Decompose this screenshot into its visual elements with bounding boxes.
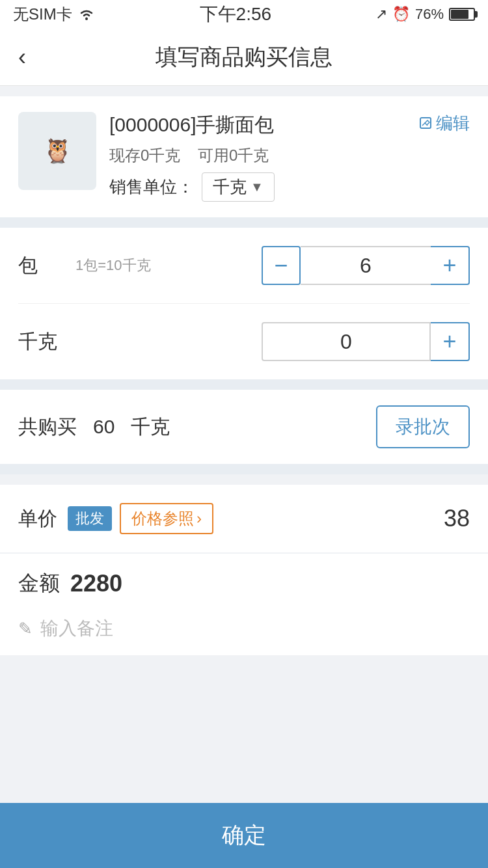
kg-quantity-input[interactable] [262, 322, 431, 361]
price-type-tag: 批发 [68, 506, 112, 531]
confirm-button[interactable]: 确定 [0, 803, 488, 868]
kg-input-row: 千克 + [18, 304, 470, 379]
section-divider-1 [0, 217, 488, 228]
bao-sublabel: 1包=10千克 [75, 256, 262, 275]
amount-row: 金额 2280 [18, 569, 470, 598]
unit-selector[interactable]: 千克 ▼ [202, 172, 275, 202]
battery-percent: 76% [415, 6, 444, 23]
kg-label: 千克 [18, 329, 70, 355]
product-card: 🦉 [0000006]手撕面包 编辑 现存0千克 可用0千克 销售单位： 千克 [0, 96, 488, 217]
product-name: [0000006]手撕面包 [109, 112, 274, 139]
bao-label: 包 [18, 252, 70, 279]
section-divider-3 [0, 464, 488, 474]
back-button[interactable]: ‹ [18, 44, 26, 71]
bao-quantity-input[interactable] [301, 246, 431, 285]
note-row[interactable]: ✎ 输入备注 [18, 608, 470, 649]
price-ref-button[interactable]: 价格参照 › [120, 503, 213, 534]
bao-input-row: 包 1包=10千克 − + [18, 228, 470, 304]
price-value: 38 [444, 505, 470, 532]
note-icon: ✎ [18, 619, 33, 639]
price-ref-arrow-icon: › [197, 509, 202, 528]
status-bar: 无SIM卡 下午2:56 ↗ ⏰ 76% [0, 0, 488, 29]
dropdown-arrow-icon: ▼ [251, 180, 264, 195]
total-section: 共购买 60 千克 录批次 [0, 390, 488, 464]
product-info: [0000006]手撕面包 编辑 现存0千克 可用0千克 销售单位： 千克 ▼ [109, 112, 470, 202]
price-section: 单价 批发 价格参照 › 38 [0, 485, 488, 552]
kg-qty-control: + [262, 322, 470, 361]
nav-bar: ‹ 填写商品购买信息 [0, 29, 488, 86]
bao-input-section: 包 1包=10千克 − + 千克 + [0, 228, 488, 379]
product-unit-row: 销售单位： 千克 ▼ [109, 172, 470, 202]
bao-minus-button[interactable]: − [262, 246, 301, 285]
section-divider-2 [0, 379, 488, 390]
edit-button[interactable]: 编辑 [419, 112, 470, 135]
total-text: 共购买 60 千克 [18, 414, 170, 441]
status-right: ↗ ⏰ 76% [375, 6, 475, 23]
amount-value: 2280 [70, 570, 122, 597]
page-title: 填写商品购买信息 [156, 42, 332, 72]
amount-label: 金额 [18, 569, 60, 598]
note-placeholder: 输入备注 [40, 616, 113, 641]
status-time: 下午2:56 [200, 2, 272, 27]
location-icon: ↗ [375, 6, 387, 23]
wifi-icon [77, 8, 96, 21]
product-stock: 现存0千克 可用0千克 [109, 145, 470, 166]
product-image: 🦉 [18, 112, 96, 190]
amount-section: 金额 2280 ✎ 输入备注 [0, 554, 488, 655]
price-label: 单价 [18, 506, 57, 532]
status-carrier: 无SIM卡 [13, 4, 96, 25]
batch-button[interactable]: 录批次 [376, 405, 470, 448]
alarm-icon: ⏰ [392, 6, 410, 23]
total-qty: 60 [93, 416, 115, 437]
kg-plus-button[interactable]: + [431, 322, 470, 361]
svg-point-0 [85, 18, 88, 20]
edit-icon [419, 116, 433, 131]
product-logo: 🦉 [43, 137, 72, 165]
bao-plus-button[interactable]: + [431, 246, 470, 285]
battery-icon [449, 8, 475, 21]
bao-qty-control: − + [262, 246, 470, 285]
